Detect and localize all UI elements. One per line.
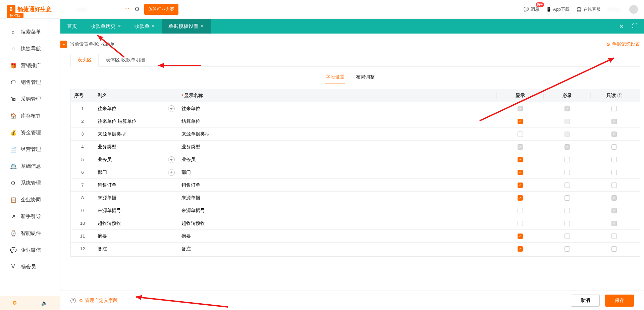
sidebar-item-label: 基础信息 <box>21 163 41 169</box>
cell-readonly <box>591 106 638 111</box>
close-icon[interactable]: ✕ <box>201 24 204 29</box>
cell-display[interactable]: 业务类型 <box>178 144 497 150</box>
sidebar-item-9[interactable]: ⚙ 系统管理 <box>0 174 60 191</box>
cell-display[interactable]: 来源单据类型 <box>178 131 497 137</box>
add-icon[interactable]: + <box>168 156 175 163</box>
sidebar-item-12[interactable]: ⌚ 智能硬件 <box>0 225 60 242</box>
sidebar-item-10[interactable]: 📋 企业协同 <box>0 191 60 208</box>
app-download-button[interactable]: 📱 App下载 <box>546 6 570 12</box>
checkbox[interactable] <box>565 234 570 239</box>
cell-show <box>497 183 544 188</box>
sidebar-item-icon: ↗ <box>10 213 16 220</box>
crumb-prefix: 当前设置单据: <box>70 41 99 47</box>
sidebar-item-icon: 📄 <box>10 146 16 153</box>
sidebar-sound-icon[interactable]: 🔈 <box>41 300 48 306</box>
close-icon[interactable]: ✕ <box>152 24 155 29</box>
checkbox[interactable] <box>611 144 617 150</box>
cell-readonly <box>591 157 638 162</box>
checkbox[interactable] <box>518 183 523 188</box>
sidebar-item-7[interactable]: 📄 经营管理 <box>0 141 60 158</box>
sidebar-item-8[interactable]: 📇 基础信息 <box>0 158 60 174</box>
cell-show <box>497 208 544 213</box>
checkbox[interactable] <box>565 170 570 175</box>
brand-logo[interactable]: 畅捷通好生意 <box>7 5 64 14</box>
cell-display[interactable]: 销售订单 <box>178 182 497 188</box>
checkbox[interactable] <box>518 195 523 201</box>
sidebar-item-5[interactable]: 🏠 库存核算 <box>0 107 60 124</box>
sidebar-item-6[interactable]: 💰 资金管理 <box>0 124 60 141</box>
checkbox[interactable] <box>565 157 570 162</box>
cancel-button[interactable]: 取消 <box>571 295 600 307</box>
fullscreen-icon[interactable]: ⛶ <box>629 19 641 34</box>
experience-button[interactable]: 体验行业方案 <box>144 4 178 15</box>
page-tab-3[interactable]: 单据模板设置✕ <box>162 19 211 34</box>
cell-display[interactable]: 结算单位 <box>178 118 497 124</box>
checkbox[interactable] <box>518 234 523 239</box>
sidebar-item-4[interactable]: 🛍 采购管理 <box>0 91 60 107</box>
gear-icon[interactable]: ⚙ <box>135 6 140 13</box>
sidebar-item-label: 资金管理 <box>21 130 41 136</box>
checkbox[interactable] <box>518 132 523 137</box>
cell-display[interactable]: 来源单据号 <box>178 208 497 214</box>
checkbox[interactable] <box>611 234 617 239</box>
sidebar-item-1[interactable]: ⌂ 快捷导航 <box>0 40 60 57</box>
close-icon[interactable]: ✕ <box>118 24 121 29</box>
manage-custom-fields-link[interactable]: ? ⚙ 管理自定义字段 <box>70 298 118 304</box>
cell-display[interactable]: 往来单位 <box>178 106 497 112</box>
cell-required <box>544 246 591 252</box>
cell-display[interactable]: 部门 <box>178 169 497 175</box>
sub-tab-1[interactable]: 布局调整 <box>355 72 375 84</box>
memory-settings-link[interactable]: ⚙ 单据记忆设置 <box>606 41 640 47</box>
checkbox[interactable] <box>518 170 523 175</box>
sidebar-item-label: 营销推广 <box>21 62 41 69</box>
checkbox[interactable] <box>611 183 617 188</box>
add-icon[interactable]: + <box>168 105 175 112</box>
sidebar-item-14[interactable]: V 畅会员 <box>0 258 60 275</box>
messages-button[interactable]: 💬 消息 99+ <box>524 6 539 12</box>
sidebar-item-label: 搜索菜单 <box>21 29 41 35</box>
avatar[interactable] <box>629 5 638 14</box>
sidebar-item-3[interactable]: 🏷 销售管理 <box>0 74 60 91</box>
checkbox[interactable] <box>611 157 617 162</box>
checkbox[interactable] <box>565 195 570 201</box>
sidebar-item-0[interactable]: ⌕ 搜索菜单 <box>0 23 60 40</box>
checkbox[interactable] <box>611 246 617 252</box>
cell-display[interactable]: 摘要 <box>178 233 497 239</box>
checkbox[interactable] <box>565 208 570 213</box>
sidebar-item-icon: 📋 <box>10 197 16 203</box>
sidebar-settings-icon[interactable]: ⚙ <box>12 300 17 306</box>
field-grid: 序号 列名 *显示名称 显示 必录 只读? 1 往来单位+ 往来单位 2 往来单… <box>70 89 640 257</box>
sidebar-item-11[interactable]: ↗ 新手引导 <box>0 208 60 225</box>
page-tab-2[interactable]: 收款单✕ <box>128 19 162 34</box>
cell-display[interactable]: 备注 <box>178 246 497 252</box>
sidebar-item-2[interactable]: 🎁 营销推广 <box>0 57 60 74</box>
checkbox[interactable] <box>518 119 523 124</box>
zone-tab-1[interactable]: 表体区-收款单明细 <box>99 54 152 67</box>
checkbox[interactable] <box>518 221 523 226</box>
collapse-handle-icon[interactable]: » <box>60 41 67 48</box>
page-tab-1[interactable]: 收款单历史✕ <box>84 19 128 34</box>
zone-tab-0[interactable]: 表头区 <box>70 54 99 67</box>
cell-display[interactable]: 来源单据 <box>178 195 497 201</box>
cell-show <box>497 170 544 175</box>
table-row: 3 来源单据类型 来源单据类型 <box>71 127 640 140</box>
checkbox[interactable] <box>565 221 570 226</box>
save-button[interactable]: 保存 <box>605 295 634 307</box>
page-tab-0[interactable]: 首页 <box>60 19 84 34</box>
org-selector[interactable]: —— ﹀ <box>77 6 135 12</box>
checkbox[interactable] <box>565 183 570 188</box>
checkbox[interactable] <box>611 106 617 111</box>
checkbox[interactable] <box>565 246 570 252</box>
checkbox[interactable] <box>518 157 523 162</box>
online-service-button[interactable]: 🎧 在线客服 <box>576 6 601 12</box>
cell-display[interactable]: 超收转预收 <box>178 220 497 226</box>
sub-tab-0[interactable]: 字段设置 <box>325 72 345 84</box>
add-icon[interactable]: + <box>168 169 175 176</box>
sidebar-item-13[interactable]: 💬 企业微信 <box>0 242 60 258</box>
checkbox[interactable] <box>518 208 523 213</box>
checkbox[interactable] <box>518 246 523 252</box>
checkbox[interactable] <box>611 170 617 175</box>
org-name: —— <box>77 7 87 12</box>
cell-display[interactable]: 业务员 <box>178 157 497 163</box>
close-all-tabs-icon[interactable]: ✕ <box>615 19 627 34</box>
